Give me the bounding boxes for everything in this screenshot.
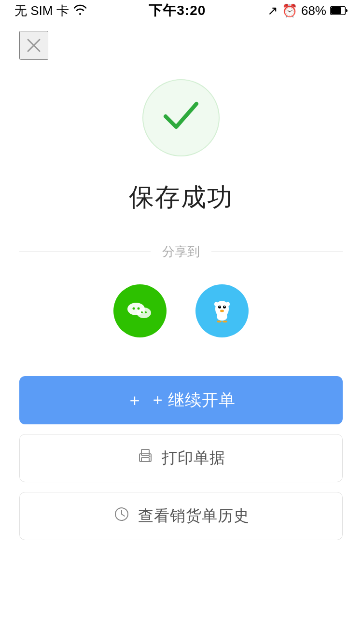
- svg-point-11: [217, 313, 227, 321]
- status-bar: 无 SIM 卡 下午3:20 ↗ ⏰ 68%: [0, 0, 362, 21]
- status-right: ↗ ⏰ 68%: [267, 3, 348, 18]
- no-sim-text: 无 SIM 卡: [14, 2, 69, 19]
- continue-label: + 继续开单: [153, 389, 236, 411]
- history-icon: [113, 505, 130, 527]
- svg-point-7: [138, 308, 140, 310]
- svg-point-13: [223, 306, 226, 308]
- svg-point-20: [226, 302, 230, 307]
- print-button[interactable]: 打印单据: [19, 434, 343, 482]
- battery-percent: 68%: [301, 3, 326, 18]
- svg-point-15: [224, 306, 225, 307]
- history-button[interactable]: 查看销货单历史: [19, 492, 343, 540]
- svg-point-24: [149, 456, 151, 457]
- svg-rect-1: [331, 7, 341, 14]
- share-divider: 分享到: [19, 243, 343, 260]
- status-time: 下午3:20: [149, 1, 206, 20]
- checkmark-icon: [162, 98, 200, 138]
- success-icon: [142, 79, 220, 156]
- svg-point-19: [214, 302, 218, 307]
- history-label: 查看销货单历史: [138, 505, 250, 527]
- share-qq-button[interactable]: [195, 284, 249, 337]
- svg-point-8: [141, 311, 143, 313]
- success-title: 保存成功: [129, 181, 233, 214]
- location-icon: ↗: [267, 3, 278, 18]
- main-content: 保存成功 分享到: [0, 21, 362, 550]
- svg-rect-23: [141, 458, 149, 462]
- svg-point-17: [217, 321, 222, 322]
- svg-point-12: [218, 306, 221, 308]
- print-icon: [137, 448, 154, 469]
- svg-point-18: [223, 321, 227, 322]
- print-label: 打印单据: [162, 448, 225, 469]
- close-button[interactable]: [19, 31, 48, 60]
- alarm-icon: ⏰: [282, 3, 297, 18]
- action-buttons: ＋ + 继续开单 打印单据 查看销货单历: [19, 376, 343, 540]
- share-wechat-button[interactable]: [113, 284, 167, 337]
- continue-button[interactable]: ＋ + 继续开单: [19, 376, 343, 424]
- status-left: 无 SIM 卡: [14, 2, 87, 19]
- share-label: 分享到: [151, 243, 211, 260]
- svg-rect-22: [141, 449, 149, 455]
- plus-icon: ＋: [126, 389, 143, 411]
- svg-point-16: [220, 310, 224, 312]
- share-icons: [113, 284, 249, 337]
- battery-icon: [330, 3, 348, 18]
- svg-point-6: [133, 308, 135, 310]
- svg-point-9: [145, 311, 147, 313]
- svg-point-14: [220, 306, 221, 307]
- wifi-icon: [73, 3, 87, 18]
